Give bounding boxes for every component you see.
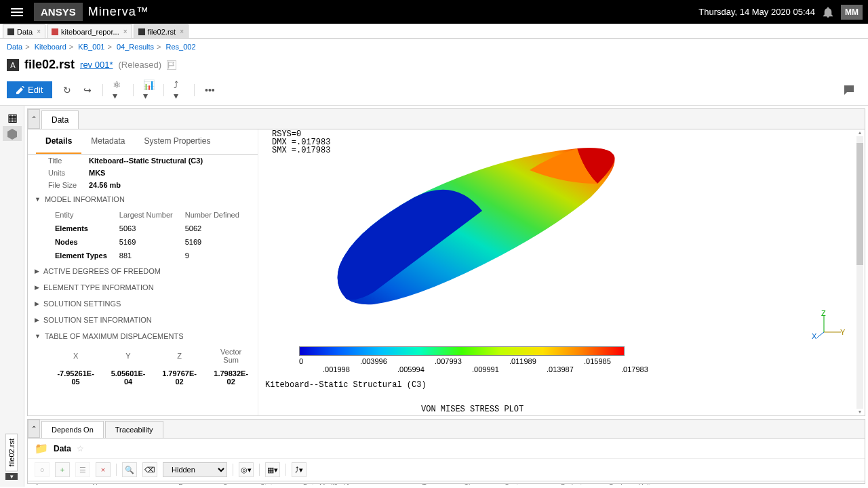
label-units: Units [48,169,89,177]
pencil-icon [16,86,24,94]
displacement-table: XYZVector Sum -7.95261E-055.05601E-041.7… [48,344,258,389]
user-badge[interactable]: MM [841,5,863,20]
share-icon[interactable]: ⤴ ▾ [174,85,184,96]
close-icon[interactable]: × [123,28,127,35]
plot-caption: Kiteboard--Static Structural (C3) [265,380,427,390]
tabs-bar: Data× kiteboard_repor...× file02.rst× [0,24,868,39]
section-max-disp[interactable]: TABLE OF MAXIMUM DISPLACEMENTS [28,328,258,344]
section-sol-set[interactable]: SOLUTION SET INFORMATION [28,312,258,328]
comment-icon[interactable] [844,85,854,96]
plot-title: VON MISES STRESS PLOT [421,405,524,414]
tab-system-properties[interactable]: System Properties [134,129,220,154]
breadcrumb: Data> Kiteboard> KB_001> 04_Results> Res… [0,39,868,55]
network-icon[interactable]: ⚛ ▾ [113,85,123,96]
close-icon[interactable]: × [180,28,184,35]
grid-button[interactable]: ▦▾ [265,462,280,477]
tab-depends-on[interactable]: Depends On [41,421,104,438]
value-title: Kiteboard--Static Structural (C3) [89,157,203,165]
circle-button[interactable]: ○ [35,462,50,477]
rail-3d-icon[interactable] [3,126,22,141]
rail-grid-icon[interactable]: ▦ [3,110,22,125]
column-headers: # Name Rev... S... State Date Modified [… [28,481,865,485]
close-icon[interactable]: × [37,28,41,35]
list-button[interactable]: ☰ [75,462,90,477]
axes-gizmo: Z Y X [817,312,844,341]
collapse-button[interactable]: ⌃ [28,109,40,129]
collapse-button[interactable]: ⌃ [28,420,40,438]
crumb-data[interactable]: Data [7,43,22,51]
more-icon[interactable]: ••• [204,85,215,96]
tab-file02[interactable]: file02.rst× [134,24,189,38]
brand-logo: ANSYS [34,3,83,21]
add-button[interactable]: + [55,462,70,477]
chart-icon[interactable]: 📊 ▾ [143,85,154,96]
label-title: Title [48,157,89,165]
datetime: Thursday, 14 May 2020 05:44 [698,7,815,17]
tab-metadata[interactable]: Metadata [81,129,134,154]
crumb-res002[interactable]: Res_002 [166,43,196,51]
share-button[interactable]: ⤴▾ [292,462,307,477]
crumb-results[interactable]: 04_Results [117,43,154,51]
section-sol-settings[interactable]: SOLUTION SETTINGS [28,296,258,312]
bell-icon[interactable] [823,7,833,18]
section-active-dof[interactable]: ACTIVE DEGREES OF FREEDOM [28,263,258,279]
data-label: Data [54,444,71,453]
crumb-kb001[interactable]: KB_001 [78,43,104,51]
file-icon [7,28,14,35]
tab-details[interactable]: Details [36,129,81,154]
redo-icon[interactable]: ↪ [82,85,93,96]
refresh-icon[interactable]: ↻ [62,85,73,96]
star-icon[interactable]: ☆ [77,444,84,453]
filter-select[interactable]: Hidden [163,462,227,477]
vertical-tab[interactable]: file02.rst ▾ [5,434,18,480]
flag-icon[interactable] [167,60,176,70]
label-filesize: File Size [48,181,89,189]
search-button[interactable]: 🔍 [122,462,137,477]
scrollbar[interactable]: ▴ ▾ [856,136,863,409]
value-filesize: 24.56 mb [89,181,121,189]
clear-button[interactable]: ⌫ [142,462,157,477]
file-icon [138,28,145,35]
status-text: (Released) [118,60,161,70]
tab-data[interactable]: Data× [3,24,45,38]
target-button[interactable]: ◎▾ [239,462,254,477]
tab-traceability[interactable]: Traceability [105,421,163,438]
3d-viewer[interactable]: RSYS=0 DMX =.017983 SMX =.017983 [258,129,865,415]
svg-line-2 [817,332,824,338]
section-elem-type[interactable]: ELEMENT TYPE INFORMATION [28,279,258,296]
file-type-icon: A [7,59,19,71]
colorbar: 0 .001998 .003996 .005994 .007993 .00999… [299,346,625,375]
pdf-icon [52,28,58,35]
model-render [292,129,618,312]
section-model-info[interactable]: MODEL INFORMATION [28,191,258,207]
revision-link[interactable]: rev 001* [80,60,113,70]
model-info-table: EntityLargest NumberNumber Defined Eleme… [48,207,246,263]
app-name: Minerva™ [88,5,149,19]
edit-button[interactable]: Edit [7,81,52,98]
file-name: file02.rst [24,58,75,72]
remove-button[interactable]: × [96,462,111,477]
data-tab[interactable]: Data [41,110,79,129]
tab-kiteboard-report[interactable]: kiteboard_repor...× [47,24,132,38]
menu-icon[interactable] [5,1,28,24]
value-units: MKS [89,169,105,177]
crumb-kiteboard[interactable]: Kiteboard [35,43,66,51]
